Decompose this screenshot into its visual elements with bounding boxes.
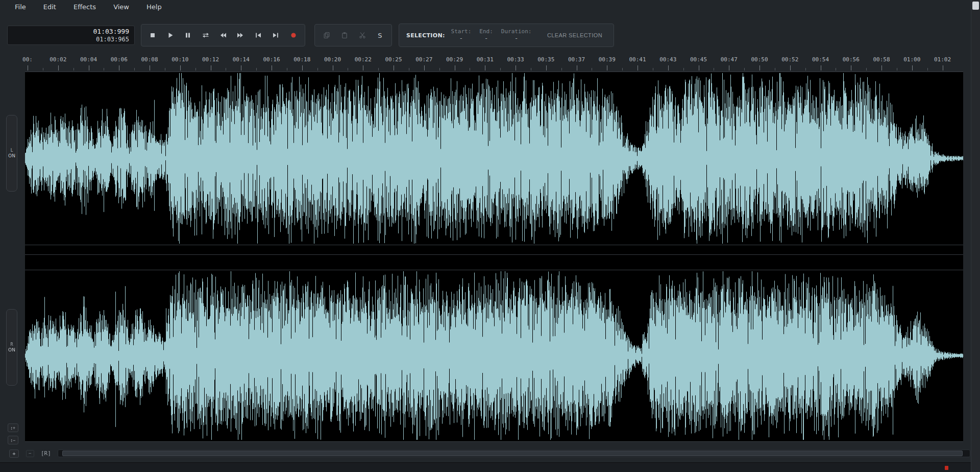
ruler-tick-label: 00:50	[751, 56, 768, 63]
fast-forward-icon	[237, 32, 244, 39]
menu-help[interactable]: Help	[138, 0, 170, 14]
ruler-tick-label: 00:27	[415, 56, 432, 63]
vertical-zoom-out-button[interactable]: ↕−	[8, 436, 18, 444]
ruler-minor-tick	[744, 68, 745, 70]
ruler-tick	[699, 65, 699, 70]
ruler-tick-label: 00:52	[781, 56, 798, 63]
timeline-ruler[interactable]: 00:00:0200:0400:0600:0800:1000:1200:1400…	[0, 53, 971, 72]
ruler-tick-label: 00:25	[385, 56, 402, 63]
stop-button[interactable]	[144, 27, 161, 44]
ruler-minor-tick	[470, 68, 470, 70]
copy-button[interactable]	[318, 27, 335, 44]
menu-view[interactable]: View	[105, 0, 138, 14]
loop-button[interactable]	[197, 27, 213, 44]
horizontal-zoom-in-button[interactable]: +	[9, 450, 19, 458]
ruler-tick	[668, 65, 669, 70]
ruler-tick-label: 00:10	[172, 56, 188, 63]
ruler-minor-tick	[104, 68, 104, 70]
ruler-minor-tick	[531, 68, 531, 70]
waveform-right-channel[interactable]	[25, 270, 963, 441]
rewind-button[interactable]	[215, 27, 231, 44]
horizontal-zoom-out-button[interactable]: −	[26, 450, 34, 457]
ruler-minor-tick	[927, 68, 928, 70]
ruler-tick	[790, 65, 791, 70]
solo-button[interactable]: S	[372, 27, 388, 44]
ruler-tick	[455, 65, 455, 70]
skip-to-start-button[interactable]	[250, 27, 266, 44]
menu-effects[interactable]: Effects	[65, 0, 105, 14]
ruler-tick	[851, 65, 851, 70]
paste-icon	[341, 32, 348, 39]
stop-icon	[149, 32, 156, 39]
ruler-minor-tick	[500, 68, 501, 70]
clear-selection-button[interactable]: CLEAR SELECTION	[547, 32, 602, 38]
ruler-tick-label: 00:29	[446, 56, 463, 63]
ruler-minor-tick	[348, 68, 348, 70]
play-button[interactable]	[162, 27, 178, 44]
channel-r-status: ON	[8, 347, 15, 352]
waveform-left-channel[interactable]	[25, 72, 963, 245]
time-primary: 01:03:999	[13, 28, 129, 36]
ruler-tick-label: 00:41	[629, 56, 646, 63]
skip-to-end-icon	[272, 32, 279, 39]
selection-end: End: -	[479, 28, 493, 42]
ruler-tick-label: 00:16	[263, 56, 280, 63]
ruler-tick	[89, 65, 89, 70]
selection-end-value: -	[484, 35, 488, 42]
ruler-minor-tick	[683, 68, 684, 70]
record-button[interactable]	[285, 27, 302, 44]
selection-start: Start: -	[451, 28, 472, 42]
ruler-tick	[394, 65, 394, 70]
ruler-minor-tick	[256, 68, 257, 70]
selection-end-label: End:	[479, 28, 493, 35]
ruler-tick-label: 01:00	[903, 56, 920, 63]
ruler-minor-tick	[836, 68, 836, 70]
waveform-area	[25, 72, 963, 442]
ruler-minor-tick	[195, 68, 196, 70]
pause-button[interactable]	[180, 27, 196, 44]
ruler-minor-tick	[226, 68, 226, 70]
ruler-minor-tick	[74, 68, 74, 70]
solo-button-label: S	[378, 32, 382, 39]
record-mode-indicator: [R]	[41, 450, 51, 457]
menu-file[interactable]: File	[6, 0, 35, 14]
selection-label: SELECTION:	[406, 32, 445, 39]
rewind-icon	[219, 32, 227, 39]
ruler-tick-label: 00:04	[80, 56, 97, 63]
menu-edit[interactable]: Edit	[35, 0, 65, 14]
selection-fields: Start: - End: - Duration: -	[451, 28, 532, 42]
channel-l-fader[interactable]: L ON	[6, 115, 17, 192]
ruler-tick-label: 00:22	[355, 56, 372, 63]
skip-to-start-icon	[255, 32, 262, 39]
ruler-tick	[424, 65, 425, 70]
ruler-tick	[119, 65, 119, 70]
ruler-minor-tick	[317, 68, 318, 70]
ruler-tick	[272, 65, 272, 70]
ruler-tick-label: 00:33	[507, 56, 524, 63]
ruler-minor-tick	[561, 68, 562, 70]
horizontal-scrollbar-thumb[interactable]	[62, 451, 963, 456]
ruler-tick	[180, 65, 181, 70]
fast-forward-button[interactable]	[232, 27, 249, 44]
ruler-tick-label: 00:14	[233, 56, 250, 63]
vertical-scrollbar[interactable]	[971, 0, 980, 472]
ruler-tick	[28, 65, 28, 70]
skip-to-end-button[interactable]	[267, 27, 284, 44]
paste-button[interactable]	[336, 27, 353, 44]
ruler-tick-label: 00:18	[293, 56, 310, 63]
ruler-tick-label: 00:37	[568, 56, 585, 63]
ruler-tick-label: 00:08	[141, 56, 158, 63]
ruler-minor-tick	[409, 68, 409, 70]
ruler-tick	[881, 65, 882, 70]
time-secondary: 01:03:965	[13, 36, 129, 43]
pause-icon	[184, 32, 191, 39]
ruler-tick-label: 01:02	[934, 56, 951, 63]
selection-start-value: -	[459, 35, 463, 42]
horizontal-scrollbar[interactable]	[58, 450, 970, 457]
cut-button[interactable]	[354, 27, 371, 44]
ruler-tick	[211, 65, 211, 70]
channel-r-fader[interactable]: R ON	[6, 309, 17, 386]
ruler-tick-label: 00:31	[477, 56, 494, 63]
vertical-zoom-in-button[interactable]: ↕+	[8, 423, 18, 432]
vertical-scrollbar-thumb[interactable]	[972, 2, 979, 10]
